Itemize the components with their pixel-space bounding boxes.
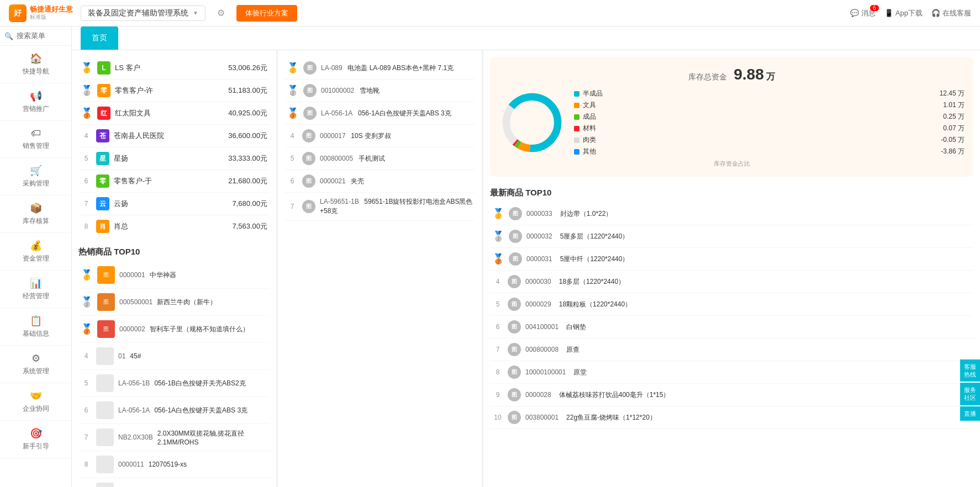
prod-badge-3: 图 — [303, 107, 317, 120]
badge-1: L — [97, 61, 110, 75]
new-code-9: 0000028 — [525, 391, 551, 399]
legend-item-5: 其他 -3.86 万 — [574, 146, 965, 157]
legend-dot-2 — [574, 114, 579, 120]
logo-area: 好 畅捷通好生意 标准版 — [9, 4, 81, 22]
sidebar-item-marketing[interactable]: 📢 营销推广 — [0, 83, 71, 121]
product-ranking-list: 🥇 图 LA-089 电池盖 LA-089 ABS本色+黑种 7.1克 🥈 图 … — [284, 57, 475, 221]
prod-info-6: 0000021 夹壳 — [320, 177, 473, 186]
new-name-6: 白钢垫 — [566, 322, 586, 332]
prod-info-1: LA-089 电池盖 LA-089 ABS本色+黑种 7.1克 — [321, 63, 473, 73]
tab-home[interactable]: 首页 — [81, 27, 118, 50]
search-menu-button[interactable]: 🔍 搜索菜单 — [0, 27, 71, 46]
prod-name-2: 雪地靴 — [360, 87, 380, 94]
sidebar-item-guide[interactable]: 🎯 新手引导 — [0, 421, 71, 458]
customer-name-5: 星扬 — [114, 153, 224, 163]
badge-7: 云 — [96, 197, 109, 210]
sidebar-item-system[interactable]: ⚙ 系统管理 — [0, 346, 71, 383]
sidebar-item-quick-nav[interactable]: 🏠 快捷导航 — [0, 46, 71, 83]
prod-badge-2: 图 — [303, 84, 317, 97]
inventory-legend: 半成品 12.45 万 文具 1.01 万 — [574, 88, 965, 157]
cs-live-button[interactable]: 直播 — [960, 406, 980, 421]
prod-badge-1: 图 — [303, 61, 317, 75]
new-prod-2: 🥈 图 0000032 5厘多层（1220*2440） — [490, 225, 973, 248]
hot-products-label: 热销商品 TOP10 — [78, 247, 140, 257]
sidebar-label-marketing: 营销推广 — [23, 104, 49, 114]
new-medal-3: 🥉 — [492, 253, 504, 265]
headset-icon: 🎧 — [931, 9, 940, 17]
customer-name-4: 苍南县人民医院 — [114, 131, 224, 141]
online-service-button[interactable]: 🎧 在线客服 — [931, 8, 971, 18]
hot-code-5: LA-056-1B — [118, 379, 150, 387]
hot-item-2: 🥈 图 000500001 新西兰牛肉（新牛） — [78, 289, 270, 316]
app-download-button[interactable]: 📱 App下载 — [884, 8, 923, 18]
cart-icon: 🛒 — [30, 165, 42, 177]
legend-val-0: 12.45 万 — [940, 89, 965, 98]
prod-rank-3: 🥉 图 LA-056-1A 056-1A白色按键开关盖ABS 3克 — [284, 102, 475, 125]
customer-amount-2: 51,183.00元 — [228, 86, 267, 96]
prod-rank-2: 🥈 图 001000002 雪地靴 — [284, 80, 475, 102]
prod-code-5: 000800005 — [320, 155, 353, 162]
prod-num-5: 5 — [287, 155, 298, 162]
message-icon: 💬 — [850, 9, 859, 17]
logo-icon: 好 — [9, 4, 27, 22]
cs-hotline-button[interactable]: 客服热线 — [960, 359, 980, 382]
sidebar-item-cooperation[interactable]: 🤝 企业协同 — [0, 383, 71, 421]
prod-name-1: 电池盖 LA-089 ABS本色+黑种 7.1克 — [347, 64, 454, 72]
new-num-9: 9 — [492, 391, 503, 399]
system-name-selector[interactable]: 装备及固定资产辅助管理系统 ▼ — [81, 6, 206, 21]
customer-name-2: 零售客户-许 — [115, 86, 224, 96]
sidebar-item-sales[interactable]: 🏷 销售管理 — [0, 121, 71, 158]
hot-name-3: 智利车子里（规格不知道填什么） — [150, 325, 249, 334]
new-prod-9: 9 图 0000028 体械荔枝味苏打饮品400毫升（1*15） — [490, 384, 973, 406]
hot-name-8: 12070519-xs — [149, 460, 267, 468]
new-code-3: 0000031 — [526, 255, 552, 263]
new-badge-1: 图 — [509, 207, 522, 220]
new-products-label: 最新商品 TOP10 — [490, 188, 551, 198]
hot-item-7: 7 NB2.0X30B 2.0X30MM双搓花轴,搓花直径2.1MM/ROHS — [78, 424, 270, 451]
new-code-4: 0000030 — [525, 278, 551, 285]
hot-code-1: 0000001 — [119, 271, 145, 279]
inventory-label: 库存总资金 — [688, 72, 727, 81]
hot-products-section: 热销商品 TOP10 🥇 图 0000001 中华神器 🥈 图 00050000… — [78, 242, 270, 487]
sidebar-item-inventory[interactable]: 📦 库存核算 — [0, 195, 71, 233]
customer-amount-7: 7,680.00元 — [232, 199, 267, 209]
sidebar-item-purchase[interactable]: 🛒 采购管理 — [0, 158, 71, 195]
rank-item-5: 5 星 星扬 33,333.00元 — [78, 147, 270, 170]
new-name-10: 22g鱼豆腐-烧烤味（1*12*20） — [566, 413, 656, 422]
rank-num-4: 4 — [81, 132, 92, 140]
legend-text-4: 肉类 — [583, 135, 596, 145]
message-button[interactable]: 💬 消息 6 — [850, 8, 876, 18]
settings-button[interactable]: ⚙ — [212, 4, 230, 22]
legend-val-5: -3.86 万 — [941, 147, 965, 156]
legend-label-2: 成品 — [574, 112, 943, 121]
legend-dot-5 — [574, 149, 579, 155]
cs-community-button[interactable]: 服务社区 — [960, 383, 980, 405]
sidebar-item-basic[interactable]: 📋 基础信息 — [0, 308, 71, 346]
header-right: 💬 消息 6 📱 App下载 🎧 在线客服 — [850, 8, 971, 18]
prod-info-7: LA-59651-1B 59651-1B旋转投影灯电池盒ABS黑色+58克 — [320, 197, 473, 216]
sidebar-item-operation[interactable]: 📊 经营管理 — [0, 271, 71, 308]
hot-medal-3: 🥉 — [81, 323, 93, 335]
sidebar-label-cooperation: 企业协同 — [23, 404, 49, 414]
legend-label-3: 材料 — [574, 124, 943, 133]
new-products-title: 最新商品 TOP10 — [490, 183, 973, 203]
new-prod-7: 7 图 000800008 原查 — [490, 338, 973, 361]
trial-button[interactable]: 体验行业方案 — [236, 5, 297, 22]
gear-icon: ⚙ — [31, 352, 40, 364]
tag-icon: 🏷 — [31, 128, 41, 139]
doc-icon: 📋 — [30, 315, 42, 327]
legend-label-0: 半成品 — [574, 89, 940, 98]
hot-code-2: 000500001 — [119, 298, 152, 306]
sidebar-item-finance[interactable]: 💰 资金管理 — [0, 233, 71, 271]
hot-product-img-1: 图 — [97, 266, 115, 284]
customer-name-7: 云扬 — [114, 199, 228, 209]
phone-icon: 📱 — [884, 9, 893, 17]
legend-dot-0 — [574, 91, 579, 97]
legend-text-1: 文具 — [583, 100, 596, 110]
hot-item-9: 9 KK-SD22110H 花语萌恒温分腿睡袋（厚款） — [78, 478, 270, 487]
rank-item-3: 🥉 红 红太阳文具 40,925.00元 — [78, 102, 270, 125]
hot-rank-6: 6 — [81, 406, 92, 414]
legend-label-4: 肉类 — [574, 135, 941, 145]
prod-code-6: 0000021 — [320, 177, 346, 185]
legend-item-0: 半成品 12.45 万 — [574, 88, 965, 99]
